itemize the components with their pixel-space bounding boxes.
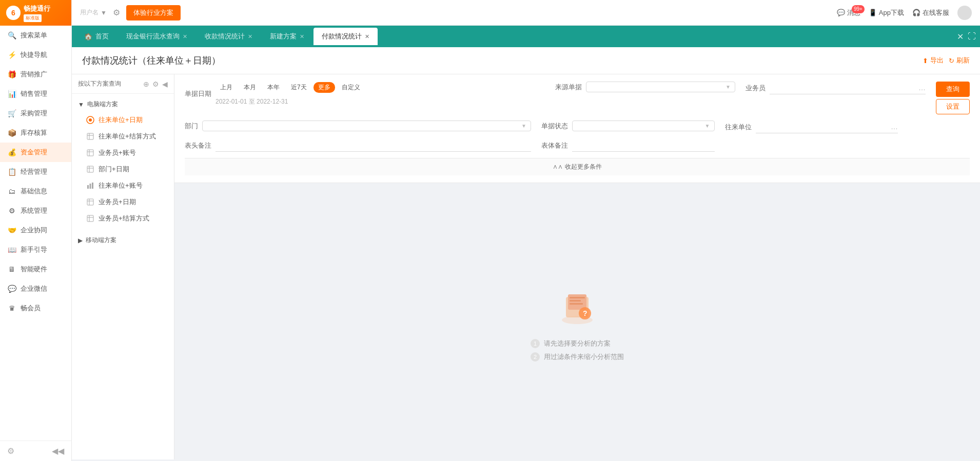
settings-footer-icon[interactable]: ⚙: [7, 446, 14, 456]
tab-receipt-stats[interactable]: 收款情况统计 ✕: [197, 28, 261, 45]
filter-row-2: 部门 ▼ 单据状态 ▼: [185, 121, 970, 133]
staff-input[interactable]: …: [770, 82, 926, 94]
left-panel: 按以下方案查询 ⊕ ⚙ ◀ ▼ 电脑端方案: [72, 74, 174, 459]
preset-custom[interactable]: 自定义: [337, 82, 365, 93]
close-all-tabs-icon[interactable]: ✕: [957, 32, 964, 42]
svg-rect-8: [87, 166, 93, 172]
tab-new-scheme[interactable]: 新建方案 ✕: [262, 28, 312, 45]
manage-schemes-icon[interactable]: ⚙: [152, 80, 159, 88]
note-header-input[interactable]: [215, 139, 531, 152]
sidebar-item-basic-info[interactable]: 🗂 基础信息: [0, 182, 71, 201]
tab-close-receipt-stats[interactable]: ✕: [248, 33, 252, 40]
scheme-active-icon: [86, 116, 94, 124]
scheme-staff-account[interactable]: 业务员+账号: [72, 145, 174, 161]
doc-status-arrow-icon: ▼: [705, 123, 710, 129]
sidebar-item-hardware[interactable]: 🖥 智能硬件: [0, 259, 71, 279]
sidebar-item-collab[interactable]: 🤝 企业协同: [0, 221, 71, 240]
tabbar: 🏠 首页 现金银行流水查询 ✕ 收款情况统计 ✕ 新建方案 ✕ 付款情况统计 ✕…: [72, 26, 980, 47]
settings-button[interactable]: 设置: [936, 99, 970, 114]
tab-close-cash-flow[interactable]: ✕: [183, 33, 187, 40]
online-service-btn[interactable]: 🎧 在线客服: [912, 8, 949, 17]
sidebar-item-search[interactable]: 🔍 搜索菜单: [0, 26, 71, 45]
dept-select[interactable]: ▼: [202, 121, 531, 131]
table-icon-0: [86, 132, 94, 141]
desktop-scheme-group: ▼ 电脑端方案 往来单位+日期 往来单位+结算方式: [72, 94, 174, 230]
svg-rect-5: [87, 150, 93, 156]
topbar-settings-icon[interactable]: ⚙: [113, 8, 120, 17]
quick-nav-icon: ⚡: [7, 50, 16, 59]
scheme-dept-date[interactable]: 部门+日期: [72, 161, 174, 177]
topbar: 用户名 ▼ ⚙ 体验行业方案 💬 消息 99+ 📱 App下载 🎧 在线客服: [72, 0, 980, 26]
expand-arrow-icon: ▶: [78, 237, 83, 244]
sidebar-item-funds[interactable]: 💰 资金管理: [0, 143, 71, 162]
sidebar-item-purchase[interactable]: 🛒 采购管理: [0, 104, 71, 123]
partner-input[interactable]: …: [756, 121, 898, 133]
collapse-sidebar-icon[interactable]: ◀◀: [52, 446, 64, 456]
preset-more[interactable]: 更多: [313, 82, 335, 93]
query-button[interactable]: 查询: [936, 82, 970, 97]
preset-last-month[interactable]: 上月: [215, 82, 237, 93]
gear-icon: ⚙: [7, 206, 16, 215]
note-body-input[interactable]: [572, 139, 715, 152]
filter-row-1: 单据日期 上月 本月 本年 近7天 更多 自定义 20: [185, 82, 970, 114]
empty-tips: 1 请先选择要分析的方案 2 用过滤条件来缩小分析范围: [531, 339, 624, 362]
scheme-partner-settle[interactable]: 往来单位+结算方式: [72, 128, 174, 145]
message-btn[interactable]: 💬 消息 99+: [837, 8, 860, 17]
collapse-more-conditions[interactable]: ∧∧ 收起更多条件: [185, 158, 970, 175]
desktop-group-title[interactable]: ▼ 电脑端方案: [72, 97, 174, 112]
scheme-staff-date[interactable]: 业务员+日期: [72, 194, 174, 210]
empty-tip-1: 1 请先选择要分析的方案: [531, 339, 624, 348]
monitor-icon: 🖥: [7, 265, 16, 274]
preset-current-year[interactable]: 本年: [263, 82, 284, 93]
add-scheme-icon[interactable]: ⊕: [143, 80, 149, 88]
scheme-staff-settle[interactable]: 业务员+结算方式: [72, 210, 174, 227]
app-download-btn[interactable]: 📱 App下载: [869, 8, 904, 17]
filter-partner: 往来单位 …: [725, 121, 898, 133]
refresh-button[interactable]: ↻ 刷新: [949, 56, 970, 65]
svg-point-1: [89, 118, 92, 122]
breadcrumb-user: 用户名: [80, 8, 99, 17]
sidebar-logo: 6 畅捷通行 标准版: [0, 0, 71, 26]
preset-last-7[interactable]: 近7天: [286, 82, 311, 93]
sidebar-item-operations[interactable]: 📋 经营管理: [0, 162, 71, 182]
sidebar-item-marketing[interactable]: 🎁 营销推广: [0, 65, 71, 84]
tab-cash-flow[interactable]: 现金银行流水查询 ✕: [118, 28, 195, 45]
funds-icon: 💰: [7, 148, 16, 157]
sidebar-item-system[interactable]: ⚙ 系统管理: [0, 201, 71, 221]
source-doc-arrow-icon: ▼: [726, 84, 731, 90]
handshake-icon: 🤝: [7, 226, 16, 235]
left-panel-header: 按以下方案查询 ⊕ ⚙ ◀: [72, 74, 174, 94]
avatar[interactable]: [957, 6, 972, 20]
tab-home[interactable]: 🏠 首页: [76, 28, 117, 45]
collapse-arrow-icon: ▼: [78, 101, 84, 108]
page-header: 付款情况统计（往来单位＋日期） ⬆ 导出 ↻ 刷新: [72, 47, 980, 74]
sidebar-item-vip[interactable]: ♛ 畅会员: [0, 298, 71, 318]
sidebar-item-guide[interactable]: 📖 新手引导: [0, 240, 71, 259]
mobile-group-title[interactable]: ▶ 移动端方案: [72, 233, 174, 248]
expand-icon[interactable]: ⛶: [968, 32, 976, 41]
doc-status-select[interactable]: ▼: [572, 121, 715, 131]
filter-note-header: 表头备注: [185, 139, 531, 152]
collapse-panel-icon[interactable]: ◀: [162, 80, 168, 88]
sidebar-item-sales[interactable]: 📊 销售管理: [0, 84, 71, 104]
export-button[interactable]: ⬆ 导出: [923, 56, 944, 65]
sidebar-item-wechat[interactable]: 💬 企业微信: [0, 279, 71, 298]
scheme-partner-account[interactable]: 往来单位+账号: [72, 177, 174, 194]
svg-rect-25: [570, 303, 583, 305]
gift-icon: 🎁: [7, 70, 16, 79]
source-doc-select[interactable]: ▼: [586, 82, 735, 92]
sidebar-item-inventory[interactable]: 📦 库存核算: [0, 123, 71, 143]
svg-rect-11: [87, 185, 89, 189]
tab-payment-stats[interactable]: 付款情况统计 ✕: [313, 28, 378, 45]
preset-current-month[interactable]: 本月: [239, 82, 261, 93]
chart-bar-icon: [86, 182, 94, 190]
tab-close-payment-stats[interactable]: ✕: [365, 33, 369, 40]
sidebar-item-quicknav[interactable]: ⚡ 快捷导航: [0, 45, 71, 65]
header-icons: ⊕ ⚙ ◀: [143, 80, 168, 88]
svg-rect-14: [87, 199, 93, 205]
scheme-partner-date[interactable]: 往来单位+日期: [72, 112, 174, 128]
trial-industry-button[interactable]: 体验行业方案: [126, 5, 181, 21]
crown-icon: ♛: [7, 304, 16, 313]
date-presets: 上月 本月 本年 近7天 更多 自定义: [215, 82, 545, 93]
tab-close-new-scheme[interactable]: ✕: [300, 33, 304, 40]
